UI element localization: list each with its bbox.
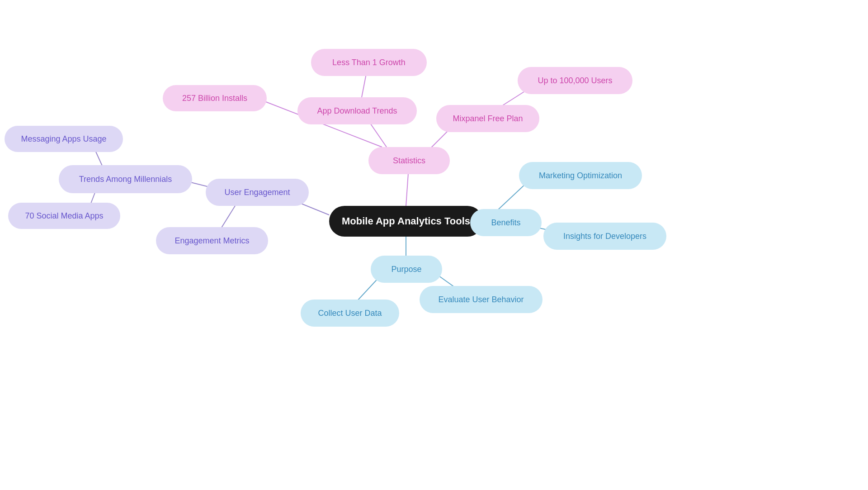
node-engagement-metrics: Engagement Metrics	[156, 227, 268, 254]
node-benefits: Benefits	[470, 209, 542, 236]
node-257-billion: 257 Billion Installs	[163, 85, 267, 111]
node-insights-developers: Insights for Developers	[543, 223, 666, 250]
node-statistics: Statistics	[368, 147, 450, 174]
node-purpose: Purpose	[371, 256, 442, 283]
node-mixpanel-free-plan: Mixpanel Free Plan	[436, 105, 539, 132]
node-up-to-users: Up to 100,000 Users	[518, 67, 632, 94]
node-messaging-apps: Messaging Apps Usage	[5, 126, 123, 152]
node-user-engagement: User Engagement	[206, 179, 309, 206]
node-marketing-optimization: Marketing Optimization	[519, 162, 642, 189]
node-center: Mobile App Analytics Tools	[329, 206, 483, 237]
svg-line-10	[222, 206, 235, 228]
node-app-download-trends: App Download Trends	[297, 97, 417, 124]
node-collect-user-data: Collect User Data	[301, 300, 399, 327]
node-less-than-growth: Less Than 1 Growth	[311, 49, 427, 76]
node-social-media-apps: 70 Social Media Apps	[8, 203, 120, 229]
node-evaluate-user-behavior: Evaluate User Behavior	[420, 286, 542, 313]
node-trends-millennials: Trends Among Millennials	[59, 165, 192, 193]
